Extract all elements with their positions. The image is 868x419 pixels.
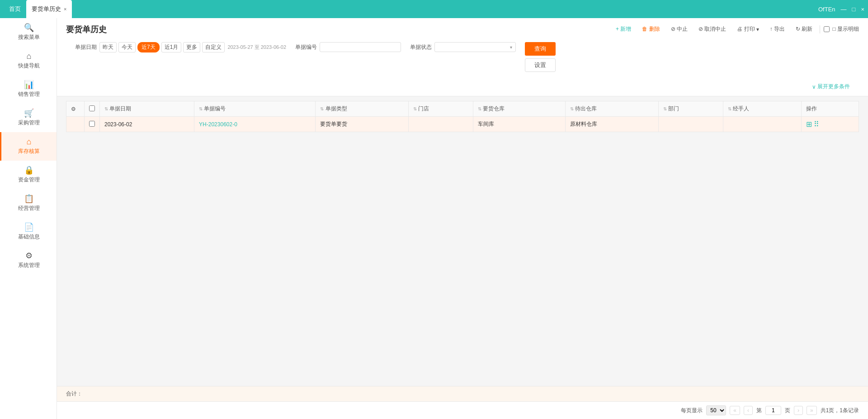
top-bar: 首页 要货单历史 × OfTEn — □ × — [0, 0, 868, 18]
per-page-select[interactable]: 50 — [706, 405, 726, 415]
row-dept — [658, 117, 723, 132]
table-header-row: ⚙ ⇅ 单据日期 ⇅ 单据编号 ⇅ 单据类型 ⇅ 门店 ⇅ 要货仓库 ⇅ 待出仓… — [66, 101, 859, 117]
main-layout: 🔍 搜索菜单 ⌂ 快捷导航 📊 销售管理 🛒 采购管理 ⌂ 库存核算 🔒 资金管… — [0, 18, 868, 419]
sidebar-label-inventory: 库存核算 — [18, 148, 40, 155]
date-btn-1month[interactable]: 近1月 — [161, 42, 182, 52]
print-button[interactable]: 🖨 打印 ▾ — [733, 24, 762, 35]
page-goto-label: 第 — [756, 407, 762, 414]
col-settings[interactable]: ⚙ — [66, 101, 85, 117]
sort-doctype-icon[interactable]: ⇅ — [320, 106, 324, 111]
expand-more-button[interactable]: ∨ 展开更多条件 — [812, 83, 850, 90]
row-checkbox — [85, 117, 100, 132]
row-date: 2023-06-02 — [100, 117, 194, 132]
export-button[interactable]: ↑ 导出 — [766, 24, 788, 35]
sort-docno-icon[interactable]: ⇅ — [199, 106, 203, 111]
per-page-label: 每页显示 — [681, 407, 703, 414]
close-tab-icon[interactable]: × — [64, 6, 66, 12]
row-edit-icon[interactable]: ⊞ — [806, 120, 812, 129]
next-page-btn[interactable]: › — [794, 406, 803, 415]
sidebar-item-purchase-mgmt[interactable]: 🛒 采购管理 — [0, 104, 57, 132]
minimize-icon[interactable]: — — [841, 6, 847, 13]
sidebar-item-search-menu[interactable]: 🔍 搜索菜单 — [0, 18, 57, 47]
date-btn-more[interactable]: 更多 — [183, 42, 200, 52]
sidebar-item-sys-mgmt[interactable]: ⚙ 系统管理 — [0, 246, 57, 275]
sidebar-label-search-menu: 搜索菜单 — [18, 33, 40, 41]
date-btn-today[interactable]: 今天 — [118, 42, 136, 52]
show-detail-checkbox[interactable] — [824, 26, 830, 32]
select-all-checkbox[interactable] — [89, 105, 95, 111]
summary-row: 合计： — [57, 386, 868, 401]
row-more-icon[interactable]: ⠿ — [814, 120, 819, 129]
first-page-btn[interactable]: « — [730, 406, 740, 415]
quick-nav-icon: ⌂ — [27, 52, 32, 60]
last-page-btn[interactable]: » — [807, 406, 817, 415]
sort-handler-icon[interactable]: ⇅ — [728, 106, 731, 111]
inventory-icon: ⌂ — [27, 138, 32, 146]
show-detail-toggle[interactable]: □ 显示明细 — [824, 25, 859, 33]
page-label: 页 — [785, 407, 790, 414]
sidebar-item-basic-info[interactable]: 📄 基础信息 — [0, 218, 57, 246]
sidebar-item-sales-mgmt[interactable]: 📊 销售管理 — [0, 75, 57, 104]
prev-page-btn[interactable]: ‹ — [744, 406, 753, 415]
maximize-icon[interactable]: □ — [852, 6, 856, 13]
status-select[interactable] — [434, 42, 516, 52]
sidebar-item-inventory[interactable]: ⌂ 库存核算 — [0, 132, 57, 161]
col-date: ⇅ 单据日期 — [100, 101, 194, 117]
status-filter-group: 单据状态 — [410, 42, 516, 52]
basic-info-icon: 📄 — [24, 223, 34, 231]
status-select-wrap — [434, 42, 516, 52]
active-tab-label: 要货单历史 — [32, 5, 61, 13]
date-btn-yesterday[interactable]: 昨天 — [99, 42, 117, 52]
toolbar: + 新增 🗑 删除 ⊘ 中止 ⊘ 取消中止 🖨 打印 ▾ ↑ 导出 ↻ 刷新 □… — [612, 24, 859, 35]
col-store: ⇅ 门店 — [409, 101, 473, 117]
doc-no-label: 单据编号 — [295, 43, 317, 51]
home-tab[interactable]: 首页 — [4, 0, 26, 18]
search-menu-icon: 🔍 — [24, 24, 34, 32]
sidebar-label-finance-mgmt: 资金管理 — [18, 176, 40, 184]
date-btn-custom[interactable]: 自定义 — [202, 42, 225, 52]
sort-date-icon[interactable]: ⇅ — [104, 106, 108, 111]
stop-button[interactable]: ⊘ 中止 — [667, 24, 691, 35]
sidebar-item-quick-nav[interactable]: ⌂ 快捷导航 — [0, 47, 57, 75]
print-label: 🖨 打印 — [737, 25, 755, 33]
query-button[interactable]: 查询 — [525, 42, 556, 56]
sys-mgmt-icon: ⚙ — [25, 252, 33, 260]
sort-pendwh-icon[interactable]: ⇅ — [570, 106, 574, 111]
window-close-icon[interactable]: × — [861, 6, 864, 13]
content-area: 要货单历史 + 新增 🗑 删除 ⊘ 中止 ⊘ 取消中止 🖨 打印 ▾ ↑ 导出 … — [57, 18, 868, 419]
sort-reqwh-icon[interactable]: ⇅ — [478, 106, 481, 111]
date-filter-group: 单据日期 昨天 今天 近7天 近1月 更多 自定义 2023-05-27 至 2… — [75, 42, 286, 52]
active-tab[interactable]: 要货单历史 × — [26, 0, 72, 18]
sort-dept-icon[interactable]: ⇅ — [663, 106, 667, 111]
date-btn-7days[interactable]: 近7天 — [137, 42, 160, 52]
cancel-stop-button[interactable]: ⊘ 取消中止 — [695, 24, 730, 35]
often-label[interactable]: OfTEn — [818, 6, 835, 13]
print-dropdown-icon[interactable]: ▾ — [756, 26, 759, 33]
refresh-button[interactable]: ↻ 刷新 — [792, 24, 816, 35]
expand-icon: ∨ — [812, 84, 816, 90]
row-doc-type: 要货单要货 — [316, 117, 409, 132]
data-table: ⚙ ⇅ 单据日期 ⇅ 单据编号 ⇅ 单据类型 ⇅ 门店 ⇅ 要货仓库 ⇅ 待出仓… — [66, 101, 859, 132]
finance-mgmt-icon: 🔒 — [24, 166, 34, 174]
row-req-warehouse: 车间库 — [473, 117, 566, 132]
col-actions: 操作 — [802, 101, 859, 117]
filter-settings-button[interactable]: 设置 — [525, 58, 556, 72]
new-button[interactable]: + 新增 — [612, 24, 635, 35]
row-handler — [723, 117, 801, 132]
row-select-checkbox[interactable] — [89, 121, 95, 127]
doc-no-input[interactable] — [320, 42, 401, 52]
expand-label: 展开更多条件 — [817, 83, 850, 90]
summary-label: 合计： — [66, 390, 82, 398]
delete-button[interactable]: 🗑 删除 — [638, 24, 663, 35]
col-dept: ⇅ 部门 — [658, 101, 723, 117]
sidebar-label-basic-info: 基础信息 — [18, 233, 40, 241]
page-number-input[interactable] — [765, 406, 781, 415]
sidebar-item-ops-mgmt[interactable]: 📋 经营管理 — [0, 189, 57, 218]
sidebar-item-finance-mgmt[interactable]: 🔒 资金管理 — [0, 161, 57, 189]
sidebar-label-quick-nav: 快捷导航 — [18, 62, 40, 70]
row-pending-warehouse: 原材料仓库 — [565, 117, 658, 132]
sort-store-icon[interactable]: ⇅ — [413, 106, 417, 111]
row-doc-no-link[interactable]: YH-20230602-0 — [199, 121, 237, 128]
row-actions: ⊞ ⠿ — [802, 117, 859, 132]
row-doc-no: YH-20230602-0 — [194, 117, 316, 132]
